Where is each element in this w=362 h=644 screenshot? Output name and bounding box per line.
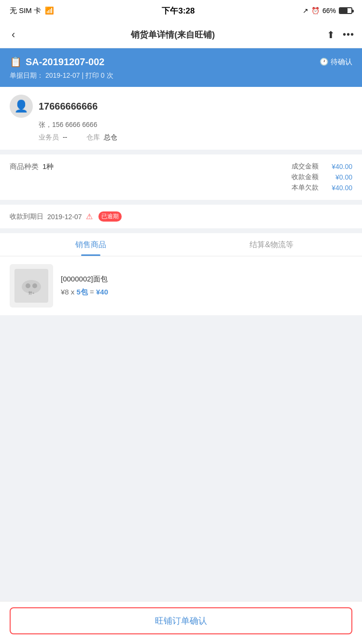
due-value: 2019-12-07 [47,213,82,221]
svg-point-1 [26,283,30,288]
customer-section: 👤 17666666666 张，156 6666 6666 业务员 -- 仓库 … [0,87,362,150]
print-suffix: 次 [107,71,113,79]
avatar: 👤 [10,95,33,118]
battery-icon [339,7,352,14]
order-status: 🕐 待确认 [320,57,352,67]
product-item: 野+ [0000002]面包 ¥8 x 5包 = ¥40 [0,256,362,315]
warehouse-field: 仓库 总仓 [86,133,117,142]
quantity-value: 5包 [77,288,88,296]
salesperson-label: 业务员 [39,133,59,141]
order-id: 📋 SA-20191207-002 [10,56,104,68]
tab-sales-label: 销售商品 [75,240,106,249]
date-label: 单据日期： [10,71,43,79]
more-icon[interactable]: ••• [343,29,354,40]
price-unit: ¥8 [61,288,69,296]
status-bar: 无 SIM 卡 📶 下午3:28 ↗ ⏰ 66% [0,0,362,21]
page-title: 销货单详情(来自旺铺) [131,29,215,41]
wifi-icon: 📶 [45,6,54,15]
avatar-icon: 👤 [14,99,28,113]
product-section: 野+ [0000002]面包 ¥8 x 5包 = ¥40 [0,256,362,315]
print-label: | 打印 [82,71,99,79]
transaction-row: 成交金额 ¥40.00 [292,162,352,171]
owed-label: 本单欠款 [292,183,319,192]
product-details: [0000002]面包 ¥8 x 5包 = ¥40 [61,275,352,297]
owed-row: 本单欠款 ¥40.00 [292,183,352,192]
carrier-text: 无 SIM 卡 [10,6,41,15]
product-logo-icon: 野+ [19,276,43,295]
battery-percent: 66% [322,7,336,14]
date-value: 2019-12-07 [45,71,80,79]
multiply-x: x [71,288,75,296]
customer-row: 👤 17666666666 [10,95,352,118]
overdue-badge: 已逾期 [98,211,122,222]
category-label: 商品种类 [10,162,39,171]
due-label: 收款到期日 [10,212,43,221]
received-value: ¥0.00 [323,173,352,181]
nav-bar: ‹ 销货单详情(来自旺铺) ⬆ ••• [0,21,362,48]
nav-actions: ⬆ ••• [327,29,354,41]
svg-text:野+: 野+ [28,291,35,295]
tab-sales-products[interactable]: 销售商品 [0,233,181,256]
warehouse-label: 仓库 [86,133,100,141]
order-date-row: 单据日期： 2019-12-07 | 打印 0 次 [10,71,352,80]
order-id-icon: 📋 [10,56,22,68]
order-banner: 📋 SA-20191207-002 🕐 待确认 单据日期： 2019-12-07… [0,48,362,87]
print-count: 0 [101,71,105,79]
status-text: 待确认 [331,57,352,67]
received-row: 收款金额 ¥0.00 [292,173,352,182]
status-left: 无 SIM 卡 📶 [10,6,54,15]
customer-phone: 17666666666 [39,101,97,112]
due-section: 收款到期日 2019-12-07 ⚠ 已逾期 [0,205,362,228]
time-display: 下午3:28 [162,5,195,16]
received-label: 收款金额 [292,173,319,182]
product-thumbnail: 野+ [10,264,53,308]
tab-settlement-label: 结算&物流等 [250,240,293,249]
owed-value: ¥40.00 [323,184,352,192]
category-value: 1种 [42,162,54,171]
salesperson-value: -- [63,133,67,141]
order-id-text: SA-20191207-002 [26,56,104,68]
tab-settlement[interactable]: 结算&物流等 [181,233,362,256]
alarm-icon: ⏰ [311,7,320,14]
customer-meta: 业务员 -- 仓库 总仓 [39,133,352,142]
summary-section: 商品种类 1种 成交金额 ¥40.00 收款金额 ¥0.00 本单欠款 ¥40.… [0,154,362,200]
bottom-spacer [0,320,362,378]
back-button[interactable]: ‹ [8,25,19,45]
equals-symbol: = [90,288,94,296]
share-icon[interactable]: ⬆ [327,29,335,41]
product-price-row: ¥8 x 5包 = ¥40 [61,288,352,297]
location-icon: ↗ [303,7,308,14]
salesperson-field: 业务员 -- [39,133,67,142]
status-right: ↗ ⏰ 66% [303,7,352,14]
confirm-label: 旺铺订单确认 [155,615,207,627]
overdue-icon: ⚠ [86,212,93,221]
confirm-button[interactable]: 旺铺订单确认 [10,607,352,634]
total-value: ¥40 [96,288,108,296]
product-name: [0000002]面包 [61,275,352,284]
summary-right: 成交金额 ¥40.00 收款金额 ¥0.00 本单欠款 ¥40.00 [292,162,352,192]
status-clock-icon: 🕐 [320,57,329,66]
svg-point-2 [32,283,37,288]
customer-info: 张，156 6666 6666 [39,121,352,129]
warehouse-value: 总仓 [104,133,117,141]
product-image: 野+ [14,269,48,303]
summary-left: 商品种类 1种 [10,162,54,171]
transaction-label: 成交金额 [292,162,319,171]
tabs-bar: 销售商品 结算&物流等 [0,233,362,256]
bottom-bar: 旺铺订单确认 [0,601,362,644]
transaction-value: ¥40.00 [323,163,352,170]
